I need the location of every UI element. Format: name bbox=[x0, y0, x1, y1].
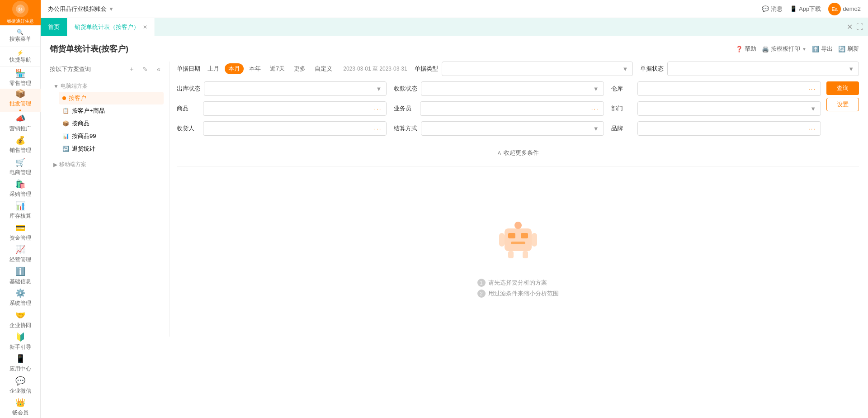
help-button[interactable]: ❓ 帮助 bbox=[736, 45, 756, 53]
print-button[interactable]: 🖨️ 按模板打印 ▼ bbox=[762, 45, 807, 53]
messages-label: 消息 bbox=[771, 5, 783, 13]
sidebar-item-ecommerce[interactable]: 🛒 电商管理 bbox=[0, 156, 41, 178]
sidebar-item-wholesale[interactable]: 📦 批发管理 ▲ bbox=[0, 89, 41, 112]
search-icon: 🔍 bbox=[2, 29, 38, 35]
sidebar-item-marketing[interactable]: 📣 营销推广 bbox=[0, 112, 41, 134]
tab-maximize-icon[interactable]: ⛶ bbox=[856, 23, 863, 31]
svg-text:好: 好 bbox=[18, 7, 23, 12]
topbar-left: 办公用品行业模拟账套 ▼ bbox=[48, 5, 114, 13]
scheme-by-customer[interactable]: 按客户 bbox=[59, 92, 164, 104]
marketing-icon: 📣 bbox=[15, 114, 25, 124]
scheme-by-customer-product[interactable]: 📋 按客户+商品 bbox=[59, 104, 164, 117]
sidebar-item-inventory[interactable]: 📊 库存核算 bbox=[0, 200, 41, 221]
page-header: 销货单统计表(按客户) ❓ 帮助 🖨️ 按模板打印 ▼ ⬆️ 导出 bbox=[50, 43, 859, 54]
main-content: 按以下方案查询 ＋ ✎ « ▼ 电脑端方案 bbox=[50, 62, 859, 337]
mobile-arrow-icon: ▶ bbox=[53, 162, 57, 168]
scheme-by-product99[interactable]: 📊 按商品99 bbox=[59, 130, 164, 142]
finance-label: 资金管理 bbox=[9, 234, 31, 242]
enterprise-icon: 🤝 bbox=[15, 310, 25, 320]
export-button[interactable]: ⬆️ 导出 bbox=[812, 45, 833, 53]
edit-scheme-button[interactable]: ✎ bbox=[140, 64, 150, 74]
sidebar-item-basic[interactable]: ℹ️ 基础信息 bbox=[0, 265, 41, 287]
product-input[interactable]: ··· bbox=[203, 101, 387, 116]
guide-label: 新手引导 bbox=[9, 343, 31, 351]
warehouse-input[interactable]: ··· bbox=[637, 81, 821, 96]
brand-input[interactable]: ··· bbox=[637, 121, 821, 136]
tab-close-button[interactable]: ✕ bbox=[143, 24, 147, 30]
receiver-dots-icon: ··· bbox=[374, 125, 382, 132]
account-switcher[interactable]: 办公用品行业模拟账套 ▼ bbox=[48, 5, 114, 13]
collapse-filters-button[interactable]: ∧ 收起更多条件 bbox=[177, 145, 859, 161]
user-menu[interactable]: Ea demo2 bbox=[828, 3, 861, 15]
payment-status-select[interactable]: ▼ bbox=[421, 81, 604, 96]
scheme-product99-icon: 📊 bbox=[62, 133, 69, 139]
retail-label: 零售管理 bbox=[9, 80, 31, 87]
out-status-select[interactable]: ▼ bbox=[204, 81, 387, 96]
sidebar-item-guide[interactable]: 🔰 新手引导 bbox=[0, 331, 41, 352]
sidebar-item-retail[interactable]: 🏪 零售管理 bbox=[0, 67, 41, 89]
tip-num-2: 2 bbox=[477, 290, 486, 298]
date-tab-this-year[interactable]: 本年 bbox=[245, 63, 264, 74]
add-scheme-button[interactable]: ＋ bbox=[127, 64, 137, 74]
app-download-button[interactable]: 📱 App下载 bbox=[790, 5, 821, 13]
quick-nav-item[interactable]: ⚡ 快捷导航 bbox=[0, 47, 40, 67]
refresh-button[interactable]: 🔄 刷新 bbox=[838, 45, 859, 53]
mobile-scheme-label: 移动端方案 bbox=[59, 161, 86, 168]
mobile-scheme-category[interactable]: ▶ 移动端方案 bbox=[50, 159, 164, 170]
warehouse-dots-icon: ··· bbox=[808, 86, 816, 92]
date-tab-this-month[interactable]: 本月 bbox=[225, 63, 244, 74]
receiver-label: 收货人 bbox=[177, 124, 199, 133]
sidebar-item-purchase[interactable]: 🛍️ 采购管理 bbox=[0, 178, 41, 200]
svg-rect-2 bbox=[505, 228, 532, 251]
tab-home[interactable]: 首页 bbox=[41, 18, 67, 36]
wholesale-arrow: ▲ bbox=[18, 108, 22, 112]
scheme-return-icon: ↩️ bbox=[62, 146, 69, 152]
search-menu-item[interactable]: 🔍 搜索菜单 bbox=[0, 25, 40, 47]
doc-status-select[interactable]: ▼ bbox=[667, 62, 859, 76]
sidebar-item-apps[interactable]: 📱 应用中心 bbox=[0, 352, 41, 374]
scheme-return-stats-label: 退货统计 bbox=[72, 145, 95, 153]
scheme-by-product[interactable]: 📦 按商品 bbox=[59, 117, 164, 130]
sidebar-item-operations[interactable]: 📈 经营管理 bbox=[0, 243, 41, 265]
scheme-return-stats[interactable]: ↩️ 退货统计 bbox=[59, 142, 164, 155]
pc-scheme-category[interactable]: ▼ 电脑端方案 bbox=[50, 81, 164, 92]
payment-method-select[interactable]: ▼ bbox=[421, 121, 604, 136]
out-status-filter: 出库状态 ▼ bbox=[177, 81, 387, 96]
salesperson-input[interactable]: ··· bbox=[420, 101, 604, 116]
scheme-by-product99-label: 按商品99 bbox=[72, 132, 96, 140]
sidebar-item-finance[interactable]: 💳 资金管理 bbox=[0, 221, 41, 243]
pc-scheme-label: 电脑端方案 bbox=[61, 82, 88, 90]
sales-label: 销售管理 bbox=[9, 147, 31, 154]
messages-button[interactable]: 💬 消息 bbox=[762, 5, 783, 13]
topbar: 办公用品行业模拟账套 ▼ 💬 消息 📱 App下载 Ea demo2 bbox=[41, 0, 868, 18]
date-tab-last-month[interactable]: 上月 bbox=[204, 63, 223, 74]
tab-close-icon[interactable]: ✕ bbox=[847, 23, 853, 31]
date-tab-custom[interactable]: 自定义 bbox=[311, 63, 336, 74]
guide-icon: 🔰 bbox=[15, 332, 25, 342]
doc-type-select[interactable]: ▼ bbox=[442, 62, 633, 76]
sidebar-item-wechat[interactable]: 💬 企业微信 bbox=[0, 374, 41, 396]
print-label: 按模板打印 bbox=[771, 45, 800, 53]
receiver-input[interactable]: ··· bbox=[203, 121, 387, 136]
payment-status-arrow-icon: ▼ bbox=[593, 86, 599, 92]
sidebar-item-member[interactable]: 👑 畅会员 bbox=[0, 396, 41, 418]
date-tab-more[interactable]: 更多 bbox=[290, 63, 309, 74]
tab-sales-stat[interactable]: 销货单统计表（按客户） ✕ bbox=[67, 18, 155, 36]
settings-button[interactable]: 设置 bbox=[826, 98, 859, 111]
panel-header: 按以下方案查询 ＋ ✎ « bbox=[50, 62, 164, 77]
salesperson-dots-icon: ··· bbox=[591, 105, 599, 112]
sidebar-item-sales[interactable]: 💰 销售管理 bbox=[0, 134, 41, 156]
sidebar-logo[interactable]: 好 畅捷通好生意 bbox=[0, 0, 41, 25]
sidebar-item-system[interactable]: ⚙️ 系统管理 bbox=[0, 287, 41, 309]
query-button[interactable]: 查询 bbox=[826, 81, 859, 95]
filter-row-receiver: 收货人 ··· 结算方式 bbox=[177, 121, 821, 136]
department-select[interactable]: ▼ bbox=[637, 101, 821, 116]
basic-icon: ℹ️ bbox=[15, 266, 25, 276]
date-tab-last7[interactable]: 近7天 bbox=[266, 63, 288, 74]
collapse-panel-button[interactable]: « bbox=[154, 64, 164, 74]
dropdown-arrow-icon: ▼ bbox=[108, 6, 114, 12]
purchase-label: 采购管理 bbox=[9, 190, 31, 198]
out-status-arrow-icon: ▼ bbox=[376, 86, 382, 92]
avatar: Ea bbox=[828, 3, 841, 15]
sidebar-item-enterprise[interactable]: 🤝 企业协同 bbox=[0, 309, 41, 331]
